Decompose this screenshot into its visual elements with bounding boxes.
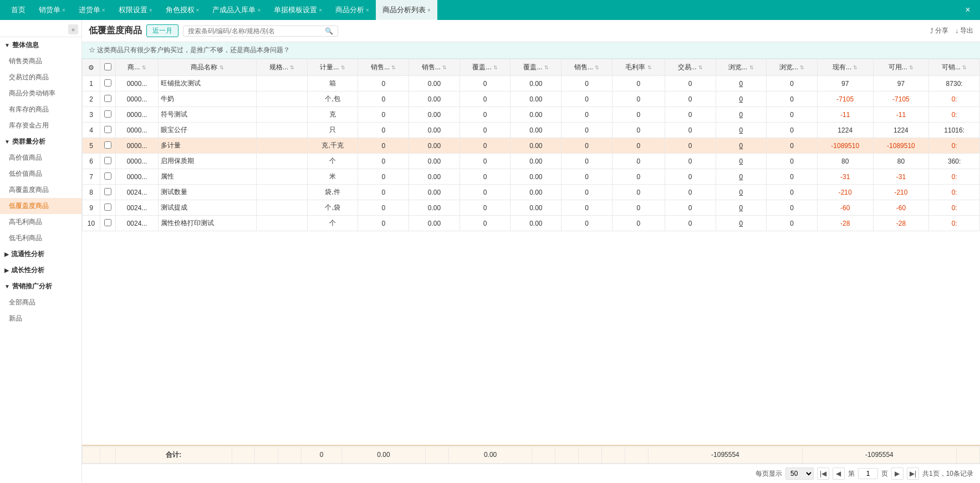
row-checkbox[interactable] (100, 138, 116, 154)
row-browse1[interactable]: 0 (716, 76, 767, 91)
nav-purchase-close[interactable]: × (102, 7, 105, 13)
sidebar-group-overall[interactable]: ▼ 整体信息 (0, 37, 81, 53)
row-select-checkbox[interactable] (104, 157, 111, 164)
sidebar-item-traded-goods[interactable]: 交易过的商品 (0, 69, 81, 85)
sort-icon-sales-qty[interactable]: ⇅ (391, 65, 396, 70)
sort-icon-sales-amount[interactable]: ⇅ (442, 65, 447, 70)
row-browse1[interactable]: 0 (716, 154, 767, 169)
sidebar-group-cluster[interactable]: ▼ 类群量分析 (0, 134, 81, 150)
row-browse1[interactable]: 0 (716, 200, 767, 216)
row-cover1: 0 (460, 185, 511, 200)
export-button[interactable]: ↓ 导出 (955, 26, 973, 35)
col-settings[interactable]: ⚙ (83, 59, 100, 76)
sidebar-group-liquidity[interactable]: ▶ 流通性分析 (0, 246, 81, 262)
sort-icon-name[interactable]: ⇅ (220, 65, 224, 70)
sort-icon-browse1[interactable]: ⇅ (749, 65, 754, 70)
sort-icon-sales3[interactable]: ⇅ (595, 65, 599, 70)
next-page-button[interactable]: ▶ (891, 467, 904, 480)
nav-global-close-button[interactable]: × (960, 2, 976, 18)
nav-item-role[interactable]: 角色授权 × (159, 0, 206, 20)
nav-item-analysis-list[interactable]: 商品分析列表 × (376, 0, 437, 20)
sort-icon-spec[interactable]: ⇅ (290, 65, 294, 70)
current-page-input[interactable] (858, 468, 878, 479)
row-browse1[interactable]: 0 (716, 185, 767, 200)
row-checkbox[interactable] (100, 76, 116, 91)
select-all-checkbox[interactable] (104, 63, 111, 70)
row-select-checkbox[interactable] (104, 79, 111, 87)
time-filter-button[interactable]: 近一月 (146, 24, 178, 37)
row-checkbox[interactable] (100, 169, 116, 185)
sidebar-group-growth[interactable]: ▶ 成长性分析 (0, 262, 81, 278)
nav-sales-close[interactable]: × (62, 7, 65, 13)
row-browse1[interactable]: 0 (716, 138, 767, 154)
nav-item-sales[interactable]: 销货单 × (32, 0, 72, 20)
sort-icon-gross-margin[interactable]: ⇅ (647, 65, 652, 70)
share-button[interactable]: ⤴ 分享 (930, 26, 948, 35)
row-select-checkbox[interactable] (104, 95, 111, 102)
row-browse1[interactable]: 0 (716, 123, 767, 138)
row-select-checkbox[interactable] (104, 188, 111, 195)
row-browse1[interactable]: 0 (716, 216, 767, 231)
row-checkbox[interactable] (100, 107, 116, 123)
sidebar-item-sales-goods[interactable]: 销售类商品 (0, 53, 81, 69)
sidebar-item-low-margin[interactable]: 低毛利商品 (0, 230, 81, 246)
row-select-checkbox[interactable] (104, 141, 111, 149)
sort-icon-browse2[interactable]: ⇅ (800, 65, 804, 70)
sort-icon-available-stock[interactable]: ⇅ (909, 65, 913, 70)
nav-item-home[interactable]: 首页 (4, 0, 32, 20)
nav-item-purchase[interactable]: 进货单 × (72, 0, 112, 20)
sort-icon-sellable[interactable]: ⇅ (962, 65, 967, 70)
info-banner-text: ☆ 这类商品只有很少客户购买过，是推广不够，还是商品本身问题？ (89, 46, 290, 54)
nav-role-close[interactable]: × (196, 7, 200, 13)
sidebar-item-stocked-goods[interactable]: 有库存的商品 (0, 101, 81, 118)
row-checkbox[interactable] (100, 200, 116, 216)
sidebar-item-new-goods[interactable]: 新品 (0, 311, 81, 327)
row-select-checkbox[interactable] (104, 110, 111, 118)
row-sales3: 0 (562, 76, 612, 91)
sidebar-item-stock-capital[interactable]: 库存资金占用 (0, 118, 81, 134)
last-page-button[interactable]: ▶| (907, 467, 919, 480)
nav-item-permission[interactable]: 权限设置 × (112, 0, 159, 20)
sidebar-item-category-rate[interactable]: 商品分类动销率 (0, 85, 81, 101)
nav-template-close[interactable]: × (319, 7, 322, 13)
sort-icon-trade[interactable]: ⇅ (698, 65, 703, 70)
row-checkbox[interactable] (100, 185, 116, 200)
nav-analysis-close[interactable]: × (366, 7, 369, 13)
nav-item-template[interactable]: 单据模板设置 × (267, 0, 329, 20)
nav-item-production[interactable]: 产成品入库单 × (206, 0, 267, 20)
prev-page-button[interactable]: ◀ (833, 467, 845, 480)
sidebar-item-low-value[interactable]: 低价值商品 (0, 166, 81, 182)
nav-analysis-list-close[interactable]: × (427, 7, 431, 13)
nav-production-close[interactable]: × (257, 7, 261, 13)
search-input[interactable] (188, 27, 325, 35)
sort-icon-cover1[interactable]: ⇅ (493, 65, 498, 70)
col-checkbox[interactable] (100, 59, 116, 76)
row-select-checkbox[interactable] (104, 172, 111, 180)
row-browse1[interactable]: 0 (716, 91, 767, 107)
sidebar-item-high-coverage[interactable]: 高覆盖度商品 (0, 182, 81, 198)
row-checkbox[interactable] (100, 216, 116, 231)
row-checkbox[interactable] (100, 91, 116, 107)
row-checkbox[interactable] (100, 123, 116, 138)
row-browse1[interactable]: 0 (716, 107, 767, 123)
sidebar-item-high-value[interactable]: 高价值商品 (0, 150, 81, 166)
row-select-checkbox[interactable] (104, 204, 111, 211)
nav-item-analysis[interactable]: 商品分析 × (329, 0, 376, 20)
first-page-button[interactable]: |◀ (817, 467, 829, 480)
row-checkbox[interactable] (100, 154, 116, 169)
sort-icon-cover2[interactable]: ⇅ (544, 65, 549, 70)
sidebar-item-high-margin[interactable]: 高毛利商品 (0, 214, 81, 230)
page-size-select[interactable]: 50 20 100 200 (785, 467, 814, 480)
sort-icon-current-stock[interactable]: ⇅ (853, 65, 858, 70)
sort-icon-unit[interactable]: ⇅ (341, 65, 345, 70)
sidebar-collapse-button[interactable]: « (68, 24, 78, 34)
sidebar-item-all-goods[interactable]: 全部商品 (0, 294, 81, 311)
row-browse1[interactable]: 0 (716, 169, 767, 185)
row-select-checkbox[interactable] (104, 219, 111, 226)
sidebar-item-low-coverage[interactable]: 低覆盖度商品 (0, 198, 81, 214)
row-select-checkbox[interactable] (104, 126, 111, 133)
search-icon[interactable]: 🔍 (325, 27, 333, 35)
nav-permission-close[interactable]: × (149, 7, 152, 13)
sort-icon-code[interactable]: ⇅ (142, 65, 146, 70)
sidebar-group-marketing[interactable]: ▼ 营销推广分析 (0, 278, 81, 294)
